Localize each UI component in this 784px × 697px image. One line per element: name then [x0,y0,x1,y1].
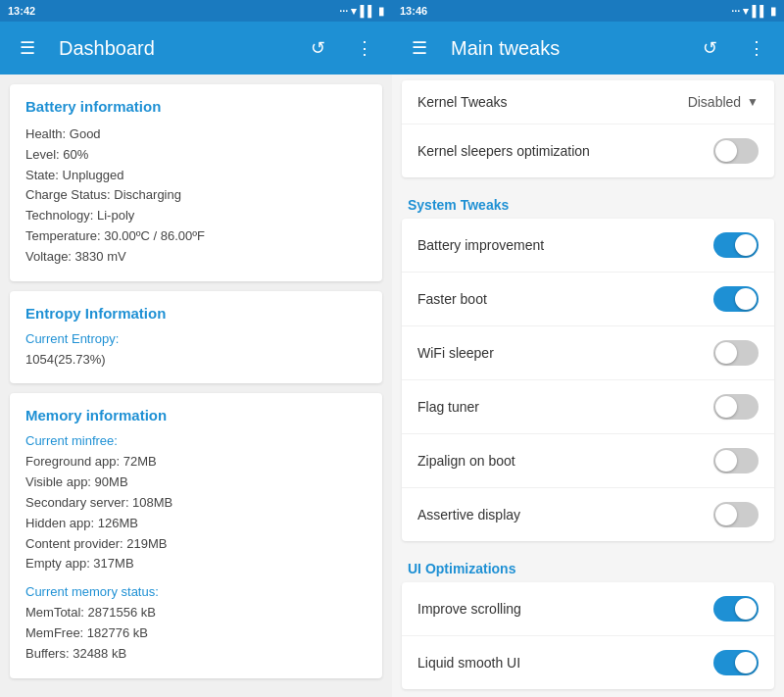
kernel-tweaks-label: Kernel Tweaks [417,94,508,110]
settings-row: Zipalign on boot [402,434,774,488]
settings-row-label: WiFi sleeper [417,345,494,361]
signal-dots-icon: ··· [339,5,348,17]
wifi-icon-r: ▾ [743,5,749,18]
toggle-slider [713,448,759,473]
kernel-tweaks-card: Kernel Tweaks Disabled ▼ Kernel sleepers… [402,80,774,177]
kernel-sleepers-row: Kernel sleepers optimization [402,124,774,177]
kernel-tweaks-value: Disabled [688,94,741,110]
settings-row: Faster boot [402,273,774,326]
entropy-card: Entropy Information Current Entropy: 105… [10,291,382,384]
app-bars: ☰ Dashboard ↺ ⋮ ☰ Main tweaks ↺ ⋮ [0,22,784,75]
toggle-slider [713,138,759,164]
more-vert-icon-r: ⋮ [748,37,765,59]
ui-optimizations-card: Improve scrollingLiquid smooth UI [402,582,774,689]
settings-row-label: Zipalign on boot [417,453,515,469]
wifi-icon: ▾ [351,5,357,18]
memory-card: Memory information Current minfree: Fore… [10,393,382,677]
settings-row: WiFi sleeper [402,326,774,380]
signal-icon: ▌▌ [360,5,375,17]
toggle-switch[interactable] [713,232,759,258]
system-tweaks-header: System Tweaks [392,187,784,219]
toggle-slider [713,596,759,622]
right-refresh-button[interactable]: ↺ [694,32,725,64]
settings-row: Assertive display [402,488,774,541]
settings-row-label: Flag tuner [417,399,479,415]
settings-row: Improve scrolling [402,582,774,636]
left-app-title: Dashboard [59,37,286,60]
kernel-tweaks-row: Kernel Tweaks Disabled ▼ [402,80,774,124]
toggle-slider [713,650,759,675]
settings-row: Battery improvement [402,219,774,273]
battery-card: Battery information Health: GoodLevel: 6… [10,84,382,281]
right-app-title: Main tweaks [451,37,678,60]
chevron-down-icon: ▼ [747,95,759,109]
system-tweaks-card: Battery improvementFaster bootWiFi sleep… [402,219,774,541]
right-app-bar: ☰ Main tweaks ↺ ⋮ [392,22,784,75]
content-area: Battery information Health: GoodLevel: 6… [0,75,784,697]
right-panel: Kernel Tweaks Disabled ▼ Kernel sleepers… [392,75,784,697]
left-panel: Battery information Health: GoodLevel: 6… [0,75,392,697]
toggle-slider [713,394,759,420]
left-status-icons: ··· ▾ ▌▌ ▮ [339,5,384,18]
right-status-icons: ··· ▾ ▌▌ ▮ [731,5,776,18]
toggle-slider [713,340,759,366]
signal-icon-r: ▌▌ [752,5,767,17]
entropy-value: 1054(25.73%) [25,350,367,371]
toggle-switch[interactable] [713,448,759,473]
kernel-sleepers-label: Kernel sleepers optimization [417,143,590,159]
right-more-button[interactable]: ⋮ [741,32,772,64]
settings-row-label: Assertive display [417,507,520,523]
memory-status-subtitle: Current memory status: [25,584,367,599]
toggle-slider [713,232,759,258]
minfree-info: Foreground app: 72MBVisible app: 90MBSec… [25,452,367,574]
settings-row-label: Faster boot [417,291,487,307]
left-time: 13:42 [8,5,35,17]
toggle-switch[interactable] [713,286,759,312]
left-app-bar: ☰ Dashboard ↺ ⋮ [0,22,392,75]
entropy-card-title: Entropy Information [25,305,367,322]
more-vert-icon: ⋮ [356,37,373,59]
settings-row-label: Liquid smooth UI [417,655,520,671]
battery-icon-r: ▮ [770,5,776,18]
settings-row: Flag tuner [402,380,774,434]
toggle-slider [713,502,759,527]
toggle-switch[interactable] [713,596,759,622]
refresh-icon-r: ↺ [703,37,717,59]
right-time: 13:46 [400,5,427,17]
settings-row-label: Improve scrolling [417,601,521,617]
toggle-switch[interactable] [713,394,759,420]
left-more-button[interactable]: ⋮ [349,32,380,64]
kernel-sleepers-toggle[interactable] [713,138,759,164]
battery-icon: ▮ [378,5,384,18]
settings-row-label: Battery improvement [417,237,544,253]
toggle-switch[interactable] [713,340,759,366]
refresh-icon: ↺ [311,37,325,59]
left-status-bar: 13:42 ··· ▾ ▌▌ ▮ [0,0,392,22]
minfree-subtitle: Current minfree: [25,433,367,448]
right-status-bar: 13:46 ··· ▾ ▌▌ ▮ [392,0,784,22]
right-menu-button[interactable]: ☰ [404,32,435,64]
memory-card-title: Memory information [25,407,367,423]
kernel-tweaks-dropdown[interactable]: Disabled ▼ [688,94,759,110]
entropy-subtitle: Current Entropy: [25,331,367,346]
toggle-slider [713,286,759,312]
battery-card-title: Battery information [25,98,367,115]
signal-dots-icon-r: ··· [731,5,740,17]
toggle-switch[interactable] [713,502,759,527]
status-bars: 13:42 ··· ▾ ▌▌ ▮ 13:46 ··· ▾ ▌▌ ▮ [0,0,784,22]
toggle-switch[interactable] [713,650,759,675]
battery-info: Health: GoodLevel: 60%State: UnpluggedCh… [25,124,367,268]
memory-status-info: MemTotal: 2871556 kBMemFree: 182776 kBBu… [25,603,367,664]
ui-optimizations-header: UI Optimizations [392,551,784,582]
hamburger-icon-r: ☰ [412,37,427,59]
settings-row: Liquid smooth UI [402,636,774,689]
left-refresh-button[interactable]: ↺ [302,32,333,64]
left-menu-button[interactable]: ☰ [12,32,43,64]
hamburger-icon: ☰ [20,37,35,59]
